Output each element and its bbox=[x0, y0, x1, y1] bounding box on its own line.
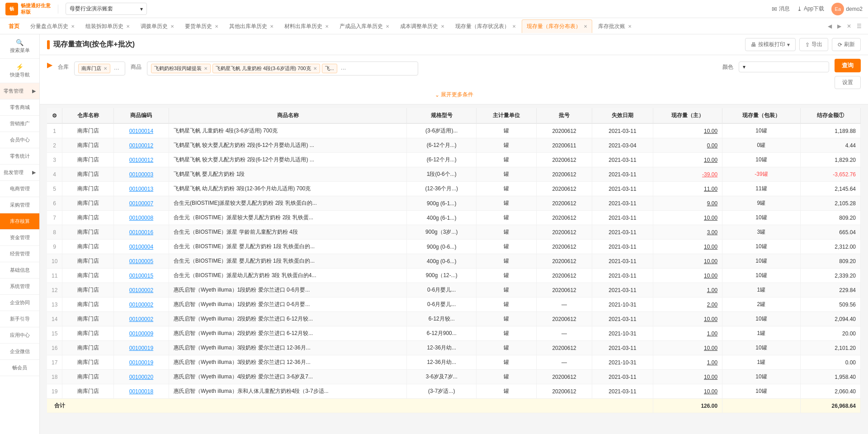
tab-product-in[interactable]: 产成品入库单历史 ✕ bbox=[335, 19, 394, 33]
close-tab-disassemble[interactable]: ✕ bbox=[126, 24, 130, 29]
filter-expand-arrow[interactable]: ▶ bbox=[47, 59, 52, 69]
tab-home[interactable]: 首页 bbox=[4, 19, 24, 33]
sidebar-item-enterprise-wechat[interactable]: 企业微信 bbox=[0, 344, 39, 360]
tab-batch-account[interactable]: 库存批次账 ✕ bbox=[593, 19, 637, 33]
sidebar-item-member2[interactable]: 畅会员 bbox=[0, 360, 39, 376]
refresh-btn[interactable]: ⟳ 刷新 bbox=[832, 38, 861, 51]
settings-icon[interactable]: ⚙ bbox=[52, 113, 57, 119]
close-tab-product-in[interactable]: ✕ bbox=[386, 24, 389, 29]
logo-icon: 畅 bbox=[5, 3, 18, 15]
remove-warehouse-tag[interactable]: ✕ bbox=[104, 66, 107, 71]
nav-next[interactable]: ▶ bbox=[835, 21, 844, 31]
nav-prev[interactable]: ◀ bbox=[825, 21, 835, 31]
sidebar-item-operations[interactable]: 经营管理 bbox=[0, 246, 39, 262]
sidebar-item-purchase[interactable]: 采购管理 bbox=[0, 197, 39, 213]
sidebar-item-quick-nav[interactable]: ⚡ 快捷导航 bbox=[0, 59, 39, 83]
row-code: 00100012 bbox=[113, 138, 169, 153]
warehouse-more-btn[interactable]: ··· bbox=[112, 65, 121, 72]
remove-product-tag-0[interactable]: ✕ bbox=[204, 66, 208, 71]
row-qty-pkg: 0罐 bbox=[722, 138, 801, 153]
table-row: 14 南库门店 00100002 惠氏启智（Wyeth illuma）2段奶粉 … bbox=[47, 312, 861, 326]
tab-split-inventory[interactable]: 分量盘点单历史 ✕ bbox=[25, 19, 80, 33]
row-no: 13 bbox=[47, 297, 62, 312]
row-name: 飞鹤星飞帆 儿童奶粉 4段(3-6岁适用) 700克 bbox=[169, 123, 407, 138]
row-code: 00100016 bbox=[113, 225, 169, 240]
settings-btn[interactable]: 设置 bbox=[835, 76, 861, 89]
sidebar-item-inventory[interactable]: 库存核算 bbox=[0, 213, 39, 230]
row-expiry: 2021-10-31 bbox=[592, 326, 653, 341]
sidebar-item-system[interactable]: 系统管理 bbox=[0, 278, 39, 295]
row-spec: 6-12月较... bbox=[407, 312, 476, 326]
sidebar-item-basic-info[interactable]: 基础信息 bbox=[0, 262, 39, 278]
table-row: 11 南库门店 00100015 合生元（BIOSTIME）派星幼儿配方奶粉 3… bbox=[47, 269, 861, 283]
row-name: 合生元(BIOSTIME)派星较大婴儿配方奶粉 2段 乳铁蛋白的... bbox=[169, 196, 407, 211]
remove-product-tag-1[interactable]: ✕ bbox=[313, 66, 317, 71]
row-no: 5 bbox=[47, 182, 62, 196]
close-tab-inventory-status[interactable]: ✕ bbox=[512, 24, 516, 29]
sidebar-item-onboarding[interactable]: 新手引导 bbox=[0, 311, 39, 327]
sidebar-item-retail-stats[interactable]: 零售统计 bbox=[0, 148, 39, 165]
row-batch: 20200612 bbox=[537, 123, 592, 138]
nav-menu[interactable]: ☰ bbox=[854, 21, 864, 31]
sidebar-item-marketing[interactable]: 营销推广 bbox=[0, 116, 39, 132]
row-unit: 罐 bbox=[476, 211, 537, 225]
row-unit: 罐 bbox=[476, 384, 537, 399]
color-filter-box[interactable]: ▾ bbox=[739, 61, 829, 72]
row-unit: 罐 bbox=[476, 225, 537, 240]
row-unit: 罐 bbox=[476, 269, 537, 283]
export-btn[interactable]: ⇪ 导出 bbox=[799, 38, 828, 51]
row-code: 00100005 bbox=[113, 254, 169, 269]
row-amount: -3,652.76 bbox=[800, 167, 860, 182]
sidebar-item-retail-store[interactable]: 零售商城 bbox=[0, 99, 39, 116]
close-tab-cost-adjust[interactable]: ✕ bbox=[441, 24, 444, 29]
close-tab-transfer[interactable]: ✕ bbox=[170, 24, 174, 29]
tab-inventory-dist[interactable]: 现存量（库存分布表） ✕ bbox=[522, 19, 592, 33]
close-tab-other-out[interactable]: ✕ bbox=[270, 24, 274, 29]
warehouse-filter-box[interactable]: 南库门店 ✕ ··· bbox=[74, 61, 125, 75]
product-filter-box[interactable]: 飞鹤奶粉3段丙罐提装 ✕ 飞鹤星飞帆 儿童奶粉 4段(3-6岁适用) 700克 … bbox=[147, 61, 418, 75]
sidebar-item-wholesale[interactable]: 批发管理 ▶ bbox=[0, 165, 39, 181]
row-amount: 2,339.20 bbox=[800, 269, 860, 283]
close-tab-split-inventory[interactable]: ✕ bbox=[71, 24, 75, 29]
row-warehouse: 南库门店 bbox=[62, 370, 113, 384]
tab-disassemble[interactable]: 组装拆卸单历史 ✕ bbox=[80, 19, 135, 33]
sidebar-item-ecommerce[interactable]: 电商管理 bbox=[0, 181, 39, 197]
tab-material-out[interactable]: 材料出库单历史 ✕ bbox=[279, 19, 334, 33]
col-settings[interactable]: ⚙ bbox=[47, 108, 62, 123]
row-no: 4 bbox=[47, 167, 62, 182]
row-warehouse: 南库门店 bbox=[62, 283, 113, 297]
tab-inventory-status[interactable]: 现存量（库存状况表） ✕ bbox=[450, 19, 521, 33]
app-download-btn[interactable]: ⤓ App下载 bbox=[797, 5, 824, 13]
row-amount: 2,060.40 bbox=[800, 384, 860, 399]
message-btn[interactable]: ✉ 消息 bbox=[772, 5, 790, 13]
tab-requisition[interactable]: 要货单历史 ✕ bbox=[180, 19, 223, 33]
sidebar-item-finance[interactable]: 资金管理 bbox=[0, 230, 39, 246]
company-select[interactable]: 母婴行业演示账套 ▾ bbox=[66, 3, 147, 15]
tab-transfer[interactable]: 调拨单历史 ✕ bbox=[136, 19, 179, 33]
nav-close-all[interactable]: ✕ bbox=[844, 21, 854, 31]
row-warehouse: 南库门店 bbox=[62, 269, 113, 283]
tab-cost-adjust[interactable]: 成本调整单历史 ✕ bbox=[395, 19, 449, 33]
row-qty-pkg: 3罐 bbox=[722, 225, 801, 240]
sidebar-item-member[interactable]: 会员中心 bbox=[0, 132, 39, 148]
product-more-btn[interactable]: ··· bbox=[339, 65, 348, 72]
product-tag-0: 飞鹤奶粉3段丙罐提装 ✕ bbox=[151, 64, 211, 73]
row-qty-pkg: 10罐 bbox=[722, 123, 801, 138]
expand-more-btn[interactable]: ⌄ 展开更多条件 bbox=[435, 91, 473, 99]
close-tab-inventory-dist[interactable]: ✕ bbox=[584, 24, 587, 29]
sidebar-item-app-center[interactable]: 应用中心 bbox=[0, 327, 39, 344]
template-print-btn[interactable]: 🖶 按模板打印 ▾ bbox=[745, 38, 796, 51]
row-unit: 罐 bbox=[476, 355, 537, 370]
close-tab-material-out[interactable]: ✕ bbox=[325, 24, 329, 29]
sidebar-item-retail-mgmt[interactable]: 零售管理 ▶ bbox=[0, 83, 39, 99]
row-qty-pkg: 10罐 bbox=[722, 269, 801, 283]
close-tab-requisition[interactable]: ✕ bbox=[215, 24, 218, 29]
row-expiry: 2021-03-11 bbox=[592, 196, 653, 211]
close-tab-batch-account[interactable]: ✕ bbox=[628, 24, 632, 29]
col-code: 商品编码 bbox=[113, 108, 169, 123]
user-menu[interactable]: Ea demo2 bbox=[831, 3, 863, 15]
sidebar-item-search[interactable]: 🔍 搜索菜单 bbox=[0, 34, 39, 59]
tab-other-out[interactable]: 其他出库单历史 ✕ bbox=[224, 19, 278, 33]
sidebar-item-enterprise[interactable]: 企业协同 bbox=[0, 295, 39, 311]
query-btn[interactable]: 查询 bbox=[835, 59, 861, 72]
